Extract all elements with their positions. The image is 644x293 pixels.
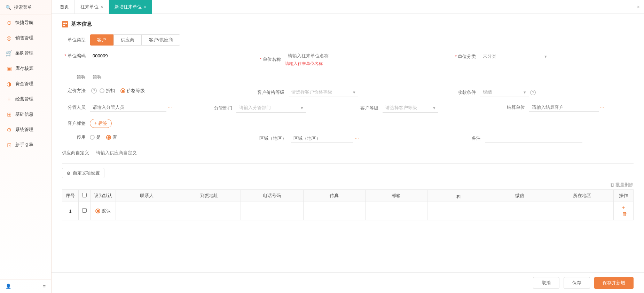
footer: 取消 保存 保存并新增 <box>52 272 644 293</box>
sidebar-bottom[interactable]: 👤 ≡ <box>0 279 51 293</box>
row-checkbox[interactable] <box>82 208 87 213</box>
cl-caret: ▾ <box>433 105 435 111</box>
region-ellipsis[interactable]: ··· <box>353 136 360 141</box>
email-input[interactable] <box>369 209 424 214</box>
sidebar-item-quick-nav[interactable]: ⊙ 快捷导航 <box>0 15 51 30</box>
system-icon: ⚙ <box>6 126 13 133</box>
sidebar-item-label: 经营管理 <box>15 96 33 102</box>
tab-new-counterpart[interactable]: 新增往来单位 × <box>109 0 152 14</box>
tab-home[interactable]: 首页 <box>54 0 75 14</box>
row-unit-info: 单位编码 单位名称 请输入往来单位名称 单位分类 未分类 ▾ <box>62 52 634 67</box>
radio-discount-circle <box>100 88 104 93</box>
inventory-icon: ▣ <box>6 65 13 72</box>
radio-yes-label: 是 <box>96 134 101 140</box>
row-pricing: 定价方法 ? 折扣 价格等级 客户价格等级 请选择客户价格等级 <box>62 88 634 97</box>
field-remarks: 备注 <box>457 134 634 143</box>
remarks-label: 备注 <box>457 135 485 141</box>
sidebar-item-operation[interactable]: ≡ 经营管理 <box>0 91 51 107</box>
payment-terms-help-icon[interactable]: ? <box>530 90 536 95</box>
unit-category-select[interactable]: 未分类 ▾ <box>480 52 550 61</box>
manager-ellipsis[interactable]: ··· <box>166 105 173 110</box>
sidebar-bars-icon: ≡ <box>43 284 46 289</box>
unit-name-input[interactable] <box>285 52 349 60</box>
remarks-input[interactable] <box>485 134 582 143</box>
payment-terms-select[interactable]: 现结 ▾ <box>480 88 529 97</box>
pt-caret: ▾ <box>524 90 526 95</box>
sidebar-item-basics[interactable]: ⊞ 基础信息 <box>0 107 51 122</box>
short-name-input[interactable] <box>90 73 166 81</box>
field-department: 分管部门 请输入分管部门 ▾ <box>209 103 341 113</box>
field-unit-category: 单位分类 未分类 ▾ <box>452 52 634 61</box>
add-row-button[interactable]: + <box>622 205 625 211</box>
sidebar-search[interactable]: 🔍 搜索菜单 <box>0 0 51 15</box>
quick-nav-icon: ⊙ <box>6 19 13 26</box>
sidebar-item-label: 系统管理 <box>15 127 33 133</box>
sales-icon: ◎ <box>6 34 13 41</box>
radio-discount[interactable]: 折扣 <box>100 88 115 94</box>
sidebar-item-guide[interactable]: ⊡ 新手引导 <box>0 137 51 153</box>
field-supplier-custom: 供应商自定义 <box>62 149 634 157</box>
sidebar-item-purchase[interactable]: 🛒 采购管理 <box>0 46 51 61</box>
row-customer-tags: 客户标签 + 标签 <box>62 119 634 128</box>
svg-rect-1 <box>65 23 67 24</box>
sidebar-item-finance[interactable]: ◑ 资金管理 <box>0 76 51 91</box>
save-new-button[interactable]: 保存并新增 <box>594 277 634 289</box>
section-icon <box>62 21 68 27</box>
add-tag-button[interactable]: + 标签 <box>90 119 112 128</box>
tab-counterpart[interactable]: 往来单位 × <box>75 0 109 14</box>
sidebar-item-sales[interactable]: ◎ 销售管理 <box>0 30 51 46</box>
customer-price-level-select[interactable]: 请选择客户价格等级 ▾ <box>289 88 358 97</box>
custom-settings-button[interactable]: ⚙ 自定义项设置 <box>62 168 104 178</box>
customer-level-select[interactable]: 请选择客户等级 ▾ <box>383 103 438 113</box>
tab-new-close[interactable]: × <box>144 5 146 9</box>
supplier-custom-input[interactable] <box>93 149 170 157</box>
cell-default: 默认 <box>91 202 116 220</box>
contacts-table: 序号 设为默认 联系人 到货地址 电话号码 传真 邮箱 qq 微信 所在地区 操… <box>62 189 634 220</box>
sidebar-item-system[interactable]: ⚙ 系统管理 <box>0 122 51 137</box>
pricing-help-icon[interactable]: ? <box>91 88 97 93</box>
radio-price-level[interactable]: 价格等级 <box>120 88 145 94</box>
region-input[interactable] <box>291 134 353 143</box>
unit-type-customer-button[interactable]: 客户 <box>90 34 113 46</box>
unit-type-supplier-button[interactable]: 供应商 <box>113 34 142 46</box>
cpl-caret: ▾ <box>353 90 355 95</box>
table-region-input[interactable] <box>555 209 610 214</box>
svg-rect-0 <box>63 23 65 24</box>
unit-type-both-button[interactable]: 客户/供应商 <box>142 34 180 46</box>
manager-label: 分管人员 <box>62 104 90 111</box>
field-unit-name: 单位名称 请输入往来单位名称 <box>257 52 439 67</box>
tab-counterpart-close[interactable]: × <box>101 5 103 9</box>
customer-price-placeholder: 请选择客户价格等级 <box>291 89 352 95</box>
unit-category-value: 未分类 <box>483 53 543 59</box>
row-default-label: 默认 <box>102 208 111 214</box>
phone-input[interactable] <box>244 209 300 214</box>
sidebar-item-inventory[interactable]: ▣ 库存核算 <box>0 61 51 76</box>
select-all-checkbox[interactable] <box>82 193 87 197</box>
section-title: 基本信息 <box>71 21 92 27</box>
tab-new-label: 新增往来单位 <box>115 4 142 10</box>
qq-input[interactable] <box>431 209 485 214</box>
radio-yes[interactable]: 是 <box>90 134 101 140</box>
cancel-button[interactable]: 取消 <box>533 277 559 289</box>
window-close-button[interactable]: × <box>637 4 640 10</box>
row-default-radio[interactable]: 默认 <box>95 208 111 214</box>
batch-delete-button[interactable]: 🗑 批量删除 <box>62 182 634 188</box>
manager-input[interactable] <box>90 103 166 112</box>
department-select[interactable]: 请输入分管部门 ▾ <box>236 103 306 113</box>
radio-no[interactable]: 否 <box>106 134 117 140</box>
address-input[interactable] <box>182 209 237 214</box>
save-button[interactable]: 保存 <box>564 277 590 289</box>
settlement-ellipsis[interactable]: ··· <box>599 105 606 110</box>
basics-icon: ⊞ <box>6 111 13 118</box>
gear-icon: ⚙ <box>66 171 71 176</box>
cell-contact <box>116 202 178 220</box>
fax-input[interactable] <box>307 209 362 214</box>
wechat-input[interactable] <box>493 209 547 214</box>
customer-level-label: 客户等级 <box>355 105 383 111</box>
delete-row-button[interactable]: 🗑 <box>622 211 628 217</box>
settlement-unit-input[interactable] <box>529 103 599 112</box>
radio-price-level-label: 价格等级 <box>127 88 145 94</box>
unit-code-input[interactable] <box>90 52 166 60</box>
contact-input[interactable] <box>119 209 174 214</box>
unit-category-label: 单位分类 <box>452 54 480 60</box>
